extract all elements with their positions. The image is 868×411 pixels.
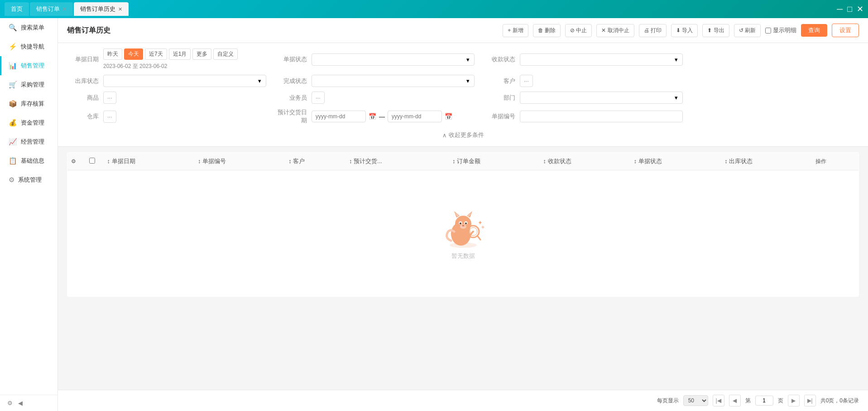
tab-sales-order[interactable]: 销售订单 ✕ [30, 2, 73, 16]
dept-label: 部门 [484, 94, 520, 102]
close-tab-sales-order-icon[interactable]: ✕ [62, 6, 67, 12]
expected-date-end[interactable] [388, 111, 442, 122]
refresh-button[interactable]: ↺ 刷新 [734, 24, 761, 37]
query-button[interactable]: 查询 [801, 24, 827, 37]
th-amount[interactable]: ↕ 订单金额 [449, 153, 539, 170]
sidebar-item-finance[interactable]: 💰 资金管理 [0, 113, 58, 132]
sidebar-item-quicknav[interactable]: ⚡ 快捷导航 [0, 37, 58, 56]
outstock-select[interactable]: ▾ [103, 75, 266, 87]
status-select[interactable]: ▾ [312, 53, 475, 66]
th-customer[interactable]: ↕ 客户 [285, 153, 345, 170]
new-button[interactable]: + 新增 [503, 24, 528, 37]
import-button[interactable]: ⬇ 导入 [671, 24, 698, 37]
date-btn-custom[interactable]: 自定义 [213, 48, 238, 60]
dept-dropdown-icon: ▾ [675, 94, 678, 101]
order-no-input[interactable] [520, 111, 683, 122]
empty-state-row: ✦ ✦ 暂无数据 [67, 170, 859, 297]
customer-label: 客户 [484, 77, 520, 85]
salesperson-ellipsis-button[interactable]: ··· [312, 92, 325, 104]
close-tab-history-icon[interactable]: ✕ [118, 6, 122, 12]
complete-select[interactable]: ▾ [312, 75, 475, 87]
date-btn-7days[interactable]: 近7天 [145, 48, 167, 60]
show-detail-label: 显示明细 [773, 26, 796, 34]
empty-text: 暂无数据 [451, 252, 475, 260]
pay-status-select[interactable]: ▾ [520, 53, 683, 66]
sidebar-item-system[interactable]: ⚙ 系统管理 [0, 170, 58, 189]
outstock-label: 出库状态 [67, 77, 103, 85]
sidebar-item-sales[interactable]: 📊 销售管理 [0, 56, 58, 75]
th-check [86, 153, 104, 170]
expected-date-label: 预计交货日期 [275, 108, 312, 125]
filter-row-4: 仓库 ··· 预计交货日期 📅 — 📅 单据编号 [67, 108, 859, 125]
data-table: ⚙ ↕ 单据日期 ↕ 单据编号 ↕ 客户 [67, 152, 859, 297]
date-btn-more[interactable]: 更多 [192, 48, 211, 60]
dept-filter: ▾ [520, 92, 683, 104]
th-date[interactable]: ↕ 单据日期 [104, 153, 194, 170]
date-btn-yesterday[interactable]: 昨天 [103, 48, 122, 60]
page-size-select[interactable]: 50 100 200 [683, 395, 708, 406]
show-detail-input[interactable] [765, 28, 771, 34]
date-btn-1month[interactable]: 近1月 [169, 48, 191, 60]
calendar-end-icon[interactable]: 📅 [445, 113, 452, 120]
stop-button[interactable]: ⊘ 中止 [565, 24, 592, 37]
th-delivery[interactable]: ↕ 预计交货... [345, 153, 449, 170]
th-amount-label: ↕ 订单金额 [452, 158, 480, 164]
filter-row-3: 商品 ··· 业务员 ··· 部门 ▾ [67, 92, 859, 104]
svg-text:✦: ✦ [480, 224, 485, 231]
customer-ellipsis-button[interactable]: ··· [520, 75, 533, 87]
sidebar-item-inventory[interactable]: 📦 库存核算 [0, 94, 58, 113]
window-actions: ─ □ ✕ [837, 4, 863, 14]
sidebar-item-sales-label: 销售管理 [21, 62, 44, 70]
sidebar-item-search[interactable]: 🔍 搜索菜单 [0, 18, 58, 37]
tab-sales-history[interactable]: 销售订单历史 ✕ [74, 2, 129, 16]
calendar-start-icon[interactable]: 📅 [369, 113, 376, 120]
operation-icon: 📈 [9, 138, 17, 146]
select-all-checkbox[interactable] [89, 158, 95, 164]
th-pay-status[interactable]: ↕ 收款状态 [539, 153, 630, 170]
sidebar-item-inventory-label: 库存核算 [21, 100, 44, 108]
sidebar-settings-icon[interactable]: ⚙ [7, 400, 13, 406]
sidebar-item-purchase[interactable]: 🛒 采购管理 [0, 75, 58, 94]
minimize-icon[interactable]: ─ [837, 5, 843, 14]
sidebar-item-base[interactable]: 📋 基础信息 [0, 151, 58, 170]
date-btn-today[interactable]: 今天 [124, 48, 143, 60]
collapse-up-icon: ∧ [442, 132, 447, 139]
export-button[interactable]: ⬆ 导出 [702, 24, 729, 37]
quicknav-icon: ⚡ [9, 43, 17, 51]
last-page-button[interactable]: ▶| [804, 395, 816, 406]
status-filter: ▾ [312, 53, 475, 66]
delete-button[interactable]: 🗑 删除 [533, 24, 561, 37]
cancel-stop-button[interactable]: ✕ 取消中止 [596, 24, 634, 37]
goods-ellipsis-button[interactable]: ··· [103, 92, 116, 104]
complete-dropdown-icon: ▾ [466, 77, 470, 84]
tab-home-label: 首页 [11, 5, 23, 13]
th-doc-status[interactable]: ↕ 单据状态 [630, 153, 721, 170]
th-out-status[interactable]: ↕ 出库状态 [721, 153, 811, 170]
print-button[interactable]: 🖨 打印 [639, 24, 667, 37]
th-order-no[interactable]: ↕ 单据编号 [194, 153, 285, 170]
finance-icon: 💰 [9, 119, 17, 127]
goods-filter: ··· [103, 92, 266, 104]
dept-select[interactable]: ▾ [520, 92, 683, 104]
th-settings[interactable]: ⚙ [67, 153, 86, 170]
maximize-icon[interactable]: □ [847, 5, 852, 14]
complete-label: 完成状态 [275, 77, 312, 85]
sidebar-collapse-icon[interactable]: ◀ [18, 400, 23, 406]
next-page-button[interactable]: ▶ [788, 395, 800, 406]
prev-page-button[interactable]: ◀ [729, 395, 741, 406]
date-filter: 昨天 今天 近7天 近1月 更多 自定义 2023-06-02 至 2023-0… [103, 48, 266, 70]
close-window-icon[interactable]: ✕ [857, 4, 863, 14]
page-number-input[interactable] [755, 396, 773, 406]
warehouse-ellipsis-button[interactable]: ··· [103, 111, 116, 123]
collapse-button[interactable]: ∧ 收起更多条件 [67, 129, 859, 141]
filter-row-1: 单据日期 昨天 今天 近7天 近1月 更多 自定义 2023-06-02 至 2… [67, 48, 859, 70]
expected-date-start[interactable] [312, 111, 366, 122]
show-detail-checkbox[interactable]: 显示明细 [765, 26, 796, 34]
order-no-filter [520, 111, 683, 122]
salesperson-filter: ··· [312, 92, 475, 104]
sidebar-item-operation[interactable]: 📈 经营管理 [0, 132, 58, 151]
settings-button[interactable]: 设置 [832, 24, 859, 37]
first-page-button[interactable]: |◀ [713, 395, 724, 406]
tab-home[interactable]: 首页 [5, 2, 29, 16]
goods-label: 商品 [67, 94, 103, 102]
